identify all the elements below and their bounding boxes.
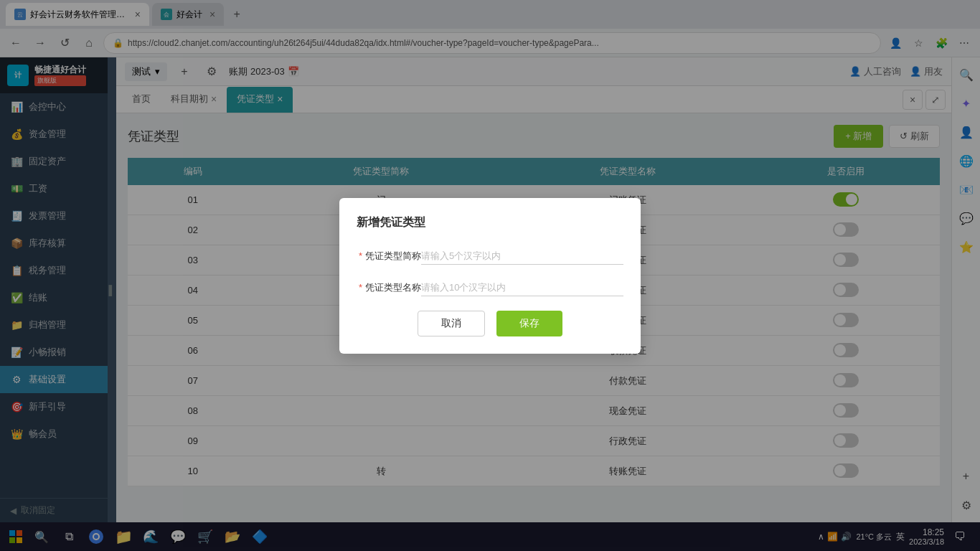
dialog-footer: 取消 保存 [357,311,623,336]
cancel-button[interactable]: 取消 [418,311,485,336]
save-button[interactable]: 保存 [496,311,562,336]
dialog-overlay: 新增凭证类型 凭证类型简称 凭证类型名称 取消 保存 [0,0,980,551]
name-form-row: 凭证类型名称 [357,279,623,296]
name-input[interactable] [421,279,623,296]
name-label: 凭证类型名称 [357,281,421,294]
abbr-input[interactable] [421,248,623,265]
dialog-title: 新增凭证类型 [357,215,623,230]
new-voucher-type-dialog: 新增凭证类型 凭证类型简称 凭证类型名称 取消 保存 [339,198,641,354]
abbr-label: 凭证类型简称 [357,250,421,263]
abbr-form-row: 凭证类型简称 [357,248,623,265]
